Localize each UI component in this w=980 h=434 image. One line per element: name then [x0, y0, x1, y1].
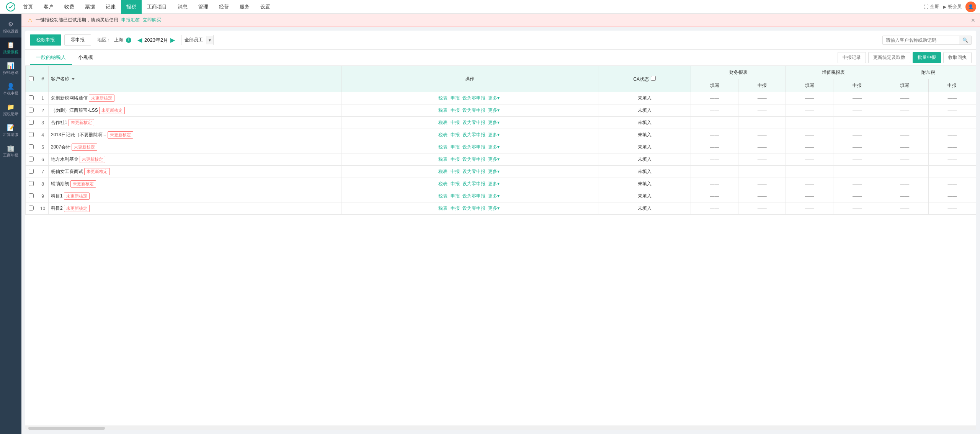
- action-declare-6[interactable]: 申报: [451, 169, 460, 174]
- action-more-4[interactable]: 更多▾: [488, 144, 500, 150]
- action-tax-form-5[interactable]: 税表: [438, 157, 448, 162]
- action-more-1[interactable]: 更多▾: [488, 108, 500, 113]
- main-panel: 税款申报 零申报 地区： 上海 i ◀ 2023年2月 ▶ 全部员工 ▾: [25, 31, 976, 430]
- action-declare-2[interactable]: 申报: [451, 120, 460, 125]
- declare-records-button[interactable]: 申报记录: [838, 52, 866, 63]
- nav-message[interactable]: 消息: [172, 0, 193, 14]
- action-declare-4[interactable]: 申报: [451, 144, 460, 150]
- search-icon[interactable]: 🔍: [959, 36, 971, 44]
- sidebar-item-annual-report[interactable]: 🏢 工商年报: [0, 141, 21, 162]
- region-value-text: 上海: [114, 37, 123, 43]
- sidebar-item-settlement[interactable]: 📝 汇算清缴: [0, 120, 21, 141]
- nav-home[interactable]: 首页: [18, 0, 38, 14]
- sidebar-item-batch-tax[interactable]: 📋 批量报税: [0, 38, 21, 58]
- sidebar-item-tax-records[interactable]: 📁 报税记录: [0, 100, 21, 120]
- action-more-8[interactable]: 更多▾: [488, 193, 500, 199]
- nav-invoice[interactable]: 票据: [80, 0, 100, 14]
- action-more-6[interactable]: 更多▾: [488, 169, 500, 174]
- action-zero-declare-9[interactable]: 设为零申报: [462, 206, 485, 211]
- nav-customer[interactable]: 客户: [38, 0, 59, 14]
- sidebar-item-tax-overview[interactable]: 📊 报税总览: [0, 58, 21, 79]
- nav-biz[interactable]: 工商项目: [142, 0, 172, 14]
- row-checkbox-9[interactable]: [29, 206, 34, 210]
- staff-dropdown-arrow[interactable]: ▾: [206, 36, 213, 44]
- row-tax-fill-5: ——: [786, 153, 833, 166]
- action-tax-form-4[interactable]: 税表: [438, 144, 448, 150]
- banner-link-buy[interactable]: 立即购买: [143, 17, 161, 23]
- action-more-0[interactable]: 更多▾: [488, 95, 500, 101]
- nav-service[interactable]: 服务: [234, 0, 255, 14]
- search-input[interactable]: [883, 36, 959, 44]
- action-tax-form-1[interactable]: 税表: [438, 108, 448, 113]
- row-checkbox-8[interactable]: [29, 193, 34, 198]
- tab-tax-declaration[interactable]: 税款申报: [30, 34, 61, 46]
- nav-manage[interactable]: 管理: [193, 0, 214, 14]
- action-declare-7[interactable]: 申报: [451, 181, 460, 186]
- row-checkbox-6[interactable]: [29, 169, 34, 174]
- row-checkbox-5[interactable]: [29, 157, 34, 162]
- member-button[interactable]: ▶ 畅会员: [943, 3, 962, 10]
- action-more-7[interactable]: 更多▾: [488, 181, 500, 186]
- action-tax-form-6[interactable]: 税表: [438, 169, 448, 174]
- nav-billing[interactable]: 收费: [59, 0, 80, 14]
- action-zero-declare-0[interactable]: 设为零申报: [462, 95, 485, 101]
- action-declare-1[interactable]: 申报: [451, 108, 460, 113]
- name-sort-icon[interactable]: [72, 78, 75, 80]
- action-more-2[interactable]: 更多▾: [488, 120, 500, 125]
- tab-zero-declaration[interactable]: 零申报: [64, 34, 91, 46]
- action-declare-3[interactable]: 申报: [451, 132, 460, 137]
- action-zero-declare-7[interactable]: 设为零申报: [462, 181, 485, 186]
- nav-accounting[interactable]: 记账: [100, 0, 121, 14]
- action-declare-9[interactable]: 申报: [451, 206, 460, 211]
- batch-declare-button[interactable]: 批量申报: [913, 52, 941, 63]
- action-more-5[interactable]: 更多▾: [488, 157, 500, 162]
- banner-close-button[interactable]: ✕: [971, 17, 975, 23]
- row-checkbox-4[interactable]: [29, 144, 34, 149]
- collect-receipt-button[interactable]: 收取回执: [943, 52, 972, 63]
- action-zero-declare-6[interactable]: 设为零申报: [462, 169, 485, 174]
- action-more-9[interactable]: 更多▾: [488, 206, 500, 211]
- row-checkbox-0[interactable]: [29, 95, 34, 100]
- action-tax-form-2[interactable]: 税表: [438, 120, 448, 125]
- update-quota-button[interactable]: 更新统定及取数: [868, 52, 910, 63]
- banner-link-report[interactable]: 申报汇签: [121, 17, 140, 23]
- region-info-icon[interactable]: i: [126, 38, 131, 43]
- user-avatar[interactable]: 👤: [965, 2, 976, 12]
- action-declare-5[interactable]: 申报: [451, 157, 460, 162]
- action-tax-form-8[interactable]: 税表: [438, 193, 448, 199]
- tab-general-taxpayer[interactable]: 一般的纳税人: [30, 51, 72, 65]
- action-zero-declare-5[interactable]: 设为零申报: [462, 157, 485, 162]
- row-tax-declare-5: ——: [833, 153, 881, 166]
- action-zero-declare-8[interactable]: 设为零申报: [462, 193, 485, 199]
- staff-selector[interactable]: 全部员工 ▾: [181, 35, 214, 45]
- action-tax-form-0[interactable]: 税表: [438, 95, 448, 101]
- horizontal-scrollbar[interactable]: [25, 426, 976, 430]
- action-zero-declare-1[interactable]: 设为零申报: [462, 108, 485, 113]
- action-zero-declare-2[interactable]: 设为零申报: [462, 120, 485, 125]
- scrollbar-thumb[interactable]: [28, 427, 105, 430]
- tab-small-scale[interactable]: 小规模: [72, 51, 99, 65]
- nav-settings[interactable]: 设置: [255, 0, 276, 14]
- row-checkbox-1[interactable]: [29, 108, 34, 113]
- row-checkbox-7[interactable]: [29, 181, 34, 186]
- ca-status-checkbox[interactable]: [651, 76, 656, 81]
- action-tax-form-9[interactable]: 税表: [438, 206, 448, 211]
- fullscreen-button[interactable]: ⛶ 全屏: [924, 3, 939, 10]
- action-zero-declare-4[interactable]: 设为零申报: [462, 144, 485, 150]
- action-zero-declare-3[interactable]: 设为零申报: [462, 132, 485, 137]
- sidebar-item-personal-tax[interactable]: 👤 个税申报: [0, 79, 21, 100]
- row-checkbox-cell: [26, 117, 37, 129]
- nav-tax[interactable]: 报税: [121, 0, 142, 14]
- action-declare-8[interactable]: 申报: [451, 193, 460, 199]
- action-declare-0[interactable]: 申报: [451, 95, 460, 101]
- action-more-3[interactable]: 更多▾: [488, 132, 500, 137]
- date-prev-button[interactable]: ◀: [137, 36, 142, 44]
- date-next-button[interactable]: ▶: [170, 36, 175, 44]
- action-tax-form-7[interactable]: 税表: [438, 181, 448, 186]
- select-all-checkbox[interactable]: [29, 76, 34, 81]
- row-checkbox-2[interactable]: [29, 120, 34, 125]
- sidebar-item-tax-settings[interactable]: ⚙ 报税设置: [0, 17, 21, 38]
- nav-operation[interactable]: 经营: [214, 0, 234, 14]
- action-tax-form-3[interactable]: 税表: [438, 132, 448, 137]
- row-checkbox-3[interactable]: [29, 132, 34, 137]
